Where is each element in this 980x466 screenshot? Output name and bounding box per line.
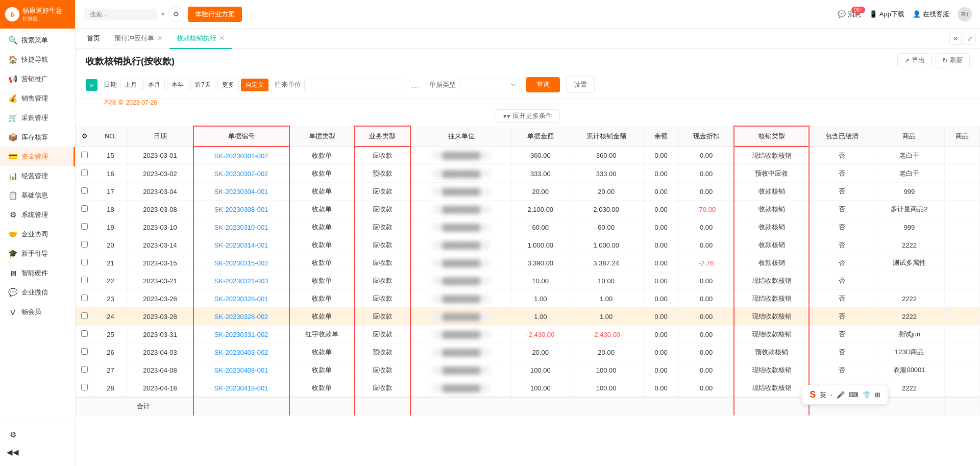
app-download-button[interactable]: 📱 App下载: [869, 10, 904, 19]
bill-no-link[interactable]: SK-20230314-001: [214, 241, 268, 249]
cell-checkbox[interactable]: [76, 254, 94, 272]
query-button[interactable]: 查询: [526, 77, 560, 92]
tab-payable[interactable]: 预付冲应付单 ✕: [107, 29, 169, 49]
cell-checkbox[interactable]: [76, 201, 94, 218]
cell-checkbox[interactable]: [76, 326, 94, 344]
filter-last-month[interactable]: 上月: [120, 79, 141, 91]
bill-no-link[interactable]: SK-20230308-001: [214, 206, 268, 213]
cell-checkbox[interactable]: [76, 218, 94, 236]
sidebar-item-guide[interactable]: 🎓新手引导: [0, 244, 75, 263]
cell-date: 2023-03-14: [127, 236, 193, 254]
sidebar-item-sales[interactable]: 💰销售管理: [0, 89, 75, 108]
sidebar-item-operation[interactable]: 📊经营管理: [0, 166, 75, 186]
tab-collection-close[interactable]: ✕: [219, 35, 225, 42]
cell-checkbox[interactable]: [76, 308, 94, 326]
bill-no-link[interactable]: SK-20230403-002: [214, 349, 268, 356]
refresh-button[interactable]: ↻ 刷新: [936, 53, 970, 67]
sidebar-item-purchase[interactable]: 🛒采购管理: [0, 108, 75, 128]
cell-checkbox[interactable]: [76, 146, 94, 165]
bill-no-link[interactable]: SK-20230321-003: [214, 277, 268, 285]
sidebar-item-marketing[interactable]: 📢营销推广: [0, 69, 75, 89]
tab-home[interactable]: 首页: [80, 29, 107, 49]
sidebar-bottom-collapse[interactable]: ◀◀: [0, 444, 75, 461]
sidebar-item-hardware[interactable]: 🖥智能硬件: [0, 263, 75, 283]
bill-no-link[interactable]: SK-20230408-001: [214, 366, 268, 374]
marketing-icon: 📢: [8, 75, 17, 84]
sidebar-item-finance[interactable]: 💳资金管理: [0, 147, 75, 166]
col-header-settings[interactable]: ⚙: [76, 126, 94, 146]
filter-receipt-type-select[interactable]: [459, 79, 520, 91]
filter-toggle-button[interactable]: »: [86, 79, 97, 91]
cell-cash-discount: -2.76: [679, 254, 734, 272]
filter-partner-input[interactable]: [304, 79, 401, 91]
online-service-button[interactable]: 👤 在线客服: [913, 10, 949, 19]
filter-more[interactable]: 更多: [217, 79, 239, 91]
filter-last-7days[interactable]: 近7天: [190, 79, 215, 91]
total-cash-discount: [679, 397, 734, 415]
setting-button[interactable]: 设置: [566, 77, 595, 93]
sidebar-item-quick[interactable]: 🏠快捷导航: [0, 50, 75, 69]
float-badge-mic-icon[interactable]: 🎤: [837, 391, 845, 399]
messages-button[interactable]: 💬 消息 99+: [838, 10, 861, 19]
cell-bill-amount: 20.00: [512, 344, 569, 361]
bill-no-link[interactable]: SK-20230301-002: [214, 152, 268, 160]
table-row: 22 2023-03-21 SK-20230321-003 收款单 应收款 ██…: [76, 272, 980, 290]
filter-this-year[interactable]: 本年: [167, 79, 188, 91]
float-badge-keyboard-icon[interactable]: ⌨: [849, 391, 859, 399]
bill-no-link[interactable]: SK-20230304-001: [214, 188, 268, 195]
cell-partner: ████████: [410, 290, 512, 308]
search-input[interactable]: [90, 11, 151, 18]
cell-checkbox[interactable]: [76, 165, 94, 183]
bill-no-link[interactable]: SK-20230302-002: [214, 170, 268, 178]
sidebar-item-label-search: 搜索菜单: [21, 36, 48, 45]
sidebar-item-vip[interactable]: V畅会员: [0, 302, 75, 322]
sidebar-item-inventory[interactable]: 📦库存核算: [0, 128, 75, 147]
filter-custom[interactable]: 自定义: [241, 79, 268, 91]
sidebar-bottom-settings[interactable]: ⚙: [0, 426, 75, 444]
refresh-icon: ↻: [942, 57, 948, 64]
industry-solution-button[interactable]: 体验行业方案: [188, 7, 242, 22]
avatar[interactable]: Rit: [958, 7, 972, 21]
sidebar-item-basic[interactable]: 📋基础信息: [0, 186, 75, 205]
expand-icon: ▾▾: [503, 112, 510, 120]
float-badge-shirt-icon[interactable]: 👕: [863, 391, 871, 399]
tab-expand-button[interactable]: ⤢: [964, 33, 976, 45]
date-range-text: 不限 至 2023-07-26: [104, 99, 157, 107]
cell-checkbox[interactable]: [76, 344, 94, 361]
cell-checkbox[interactable]: [76, 183, 94, 201]
bill-no-link[interactable]: SK-20230331-002: [214, 331, 268, 338]
filter-this-month[interactable]: 本月: [143, 79, 165, 91]
sidebar-item-label-basic: 基础信息: [21, 191, 48, 200]
total-checkbox-cell: [76, 397, 94, 415]
table-area[interactable]: ⚙ NO. 日期 单据编号 单据类型 业务类型 往来单位 单据金额 累计核销金额…: [76, 126, 980, 466]
sidebar-item-wechat[interactable]: 💬企业微信: [0, 283, 75, 302]
sidebar-item-enterprise[interactable]: 🤝企业协同: [0, 225, 75, 244]
col-header-bill-no: 单据编号: [193, 126, 289, 146]
total-biz-type: [355, 397, 410, 415]
sidebar-item-system[interactable]: ⚙系统管理: [0, 205, 75, 225]
col-header-cash-discount: 现金折扣: [679, 126, 734, 146]
cell-checkbox[interactable]: [76, 236, 94, 254]
sidebar-item-search[interactable]: 🔍搜索菜单: [0, 31, 75, 50]
export-button[interactable]: ↗ 导出: [897, 53, 932, 67]
cell-checkbox[interactable]: [76, 290, 94, 308]
tab-payable-close[interactable]: ✕: [157, 35, 162, 42]
cell-checkbox[interactable]: [76, 379, 94, 398]
total-accum-amount: [569, 397, 644, 415]
topbar-breadcrumb[interactable]: [84, 9, 157, 20]
tab-close-all-button[interactable]: ✕: [949, 33, 962, 45]
bill-no-link[interactable]: SK-20230315-002: [214, 259, 268, 267]
table-row: 19 2023-03-10 SK-20230310-001 收款单 应收款 ██…: [76, 218, 980, 236]
cell-include-settled: 否: [809, 344, 874, 361]
total-partner: [410, 397, 512, 415]
float-badge-grid-icon[interactable]: ⊞: [875, 391, 880, 399]
bill-no-link[interactable]: SK-20230310-001: [214, 224, 268, 231]
bill-no-link[interactable]: SK-20230328-002: [214, 313, 268, 321]
cell-checkbox[interactable]: [76, 272, 94, 290]
expand-more-button[interactable]: ▾▾ 展开更多条件: [496, 109, 560, 122]
bill-no-link[interactable]: SK-20230418-001: [214, 384, 268, 392]
bill-no-link[interactable]: SK-20230328-001: [214, 295, 268, 303]
topbar-gear-button[interactable]: ⚙: [168, 7, 184, 22]
cell-checkbox[interactable]: [76, 361, 94, 379]
tab-collection[interactable]: 收款核销执行 ✕: [169, 29, 232, 49]
